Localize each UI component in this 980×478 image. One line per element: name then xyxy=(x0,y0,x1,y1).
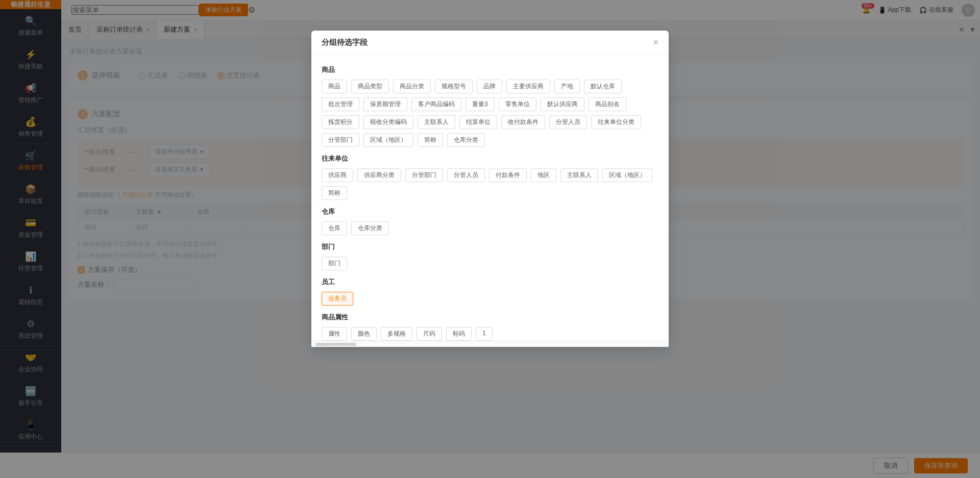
modal-overlay: 分组待选字段 × 商品 商品 商品类型 商品分类 规格型号 品牌 主要供应商 产… xyxy=(0,0,980,478)
field-attr[interactable]: 属性 xyxy=(322,327,347,341)
section-goods-fields: 商品 商品类型 商品分类 规格型号 品牌 主要供应商 产地 默认仓库 批次管理 … xyxy=(322,80,658,147)
field-customer-code[interactable]: 客户商品编码 xyxy=(411,97,461,111)
field-goods-category[interactable]: 商品分类 xyxy=(393,80,431,93)
field-wh[interactable]: 仓库 xyxy=(322,221,347,235)
field-tax-code[interactable]: 税收分类编码 xyxy=(363,115,413,129)
field-warehouse-category[interactable]: 仓库分类 xyxy=(447,133,485,147)
section-goods-attr-title: 商品属性 xyxy=(322,313,658,322)
section-warehouse-title: 仓库 xyxy=(322,207,658,216)
field-origin[interactable]: 产地 xyxy=(554,80,580,93)
modal-header: 分组待选字段 × xyxy=(311,31,669,55)
field-contact-dept[interactable]: 分管部门 xyxy=(405,168,443,182)
field-manager[interactable]: 分管人员 xyxy=(549,115,587,129)
horizontal-scrollbar[interactable] xyxy=(315,343,356,346)
field-goods-alias[interactable]: 商品别名 xyxy=(589,97,626,111)
field-supplier[interactable]: 供应商 xyxy=(322,168,353,182)
field-size[interactable]: 尺码 xyxy=(416,327,442,341)
modal-close-button[interactable]: × xyxy=(653,37,658,48)
field-main-contact[interactable]: 主联系人 xyxy=(418,115,455,129)
field-settle-unit[interactable]: 结算单位 xyxy=(459,115,497,129)
field-goods-type[interactable]: 商品类型 xyxy=(351,80,389,93)
field-contact-manager[interactable]: 分管人员 xyxy=(447,168,485,182)
field-expiry-mgmt[interactable]: 保质期管理 xyxy=(363,97,407,111)
field-default-warehouse[interactable]: 默认仓库 xyxy=(584,80,622,93)
modal-title: 分组待选字段 xyxy=(322,38,368,47)
field-region[interactable]: 区域（地区） xyxy=(363,133,413,147)
field-dept[interactable]: 部门 xyxy=(322,257,347,270)
field-contact-main[interactable]: 主联系人 xyxy=(560,168,598,182)
field-shoe-code[interactable]: 鞋码 xyxy=(446,327,472,341)
section-employee-title: 员工 xyxy=(322,278,658,287)
section-goods-title: 商品 xyxy=(322,65,658,74)
field-spec-model[interactable]: 规格型号 xyxy=(435,80,473,93)
field-retail-unit[interactable]: 零售单位 xyxy=(499,97,536,111)
field-multi-spec[interactable]: 多规格 xyxy=(381,327,412,341)
modal: 分组待选字段 × 商品 商品 商品类型 商品分类 规格型号 品牌 主要供应商 产… xyxy=(311,31,669,347)
section-contacts-title: 往来单位 xyxy=(322,154,658,163)
section-warehouse-fields: 仓库 仓库分类 xyxy=(322,221,658,235)
field-payment-terms[interactable]: 收付款条件 xyxy=(501,115,545,129)
field-payment-cond[interactable]: 付款条件 xyxy=(489,168,527,182)
section-employee-fields: 业务员 xyxy=(322,292,658,306)
field-short-name[interactable]: 简称 xyxy=(418,133,443,147)
field-wh-category[interactable]: 仓库分类 xyxy=(351,221,389,235)
field-weight3[interactable]: 重量3 xyxy=(465,97,495,111)
section-dept-fields: 部门 xyxy=(322,257,658,270)
field-main-supplier[interactable]: 主要供应商 xyxy=(506,80,550,93)
field-supplier-category[interactable]: 供应商分类 xyxy=(357,168,401,182)
section-dept-title: 部门 xyxy=(322,242,658,251)
field-contact-short[interactable]: 简称 xyxy=(322,186,347,200)
field-batch-mgmt[interactable]: 批次管理 xyxy=(322,97,359,111)
field-default-supplier[interactable]: 默认供应商 xyxy=(541,97,584,111)
modal-body: 商品 商品 商品类型 商品分类 规格型号 品牌 主要供应商 产地 默认仓库 批次… xyxy=(311,55,669,341)
field-brand[interactable]: 品牌 xyxy=(477,80,502,93)
field-goods[interactable]: 商品 xyxy=(322,80,347,93)
section-contacts-fields: 供应商 供应商分类 分管部门 分管人员 付款条件 地区 主联系人 区域（地区） … xyxy=(322,168,658,200)
field-manage-dept[interactable]: 分管部门 xyxy=(322,133,359,147)
field-area[interactable]: 地区 xyxy=(531,168,556,182)
field-color[interactable]: 颜色 xyxy=(351,327,377,341)
field-num1[interactable]: 1 xyxy=(476,327,493,341)
field-pick-score[interactable]: 拣货积分 xyxy=(322,115,359,129)
section-goods-attr-fields: 属性 颜色 多规格 尺码 鞋码 1 xyxy=(322,327,658,341)
field-contact-region[interactable]: 区域（地区） xyxy=(602,168,652,182)
modal-hscroll xyxy=(311,341,669,347)
field-salesperson[interactable]: 业务员 xyxy=(322,292,353,306)
field-source-unit-category[interactable]: 往来单位分类 xyxy=(591,115,641,129)
